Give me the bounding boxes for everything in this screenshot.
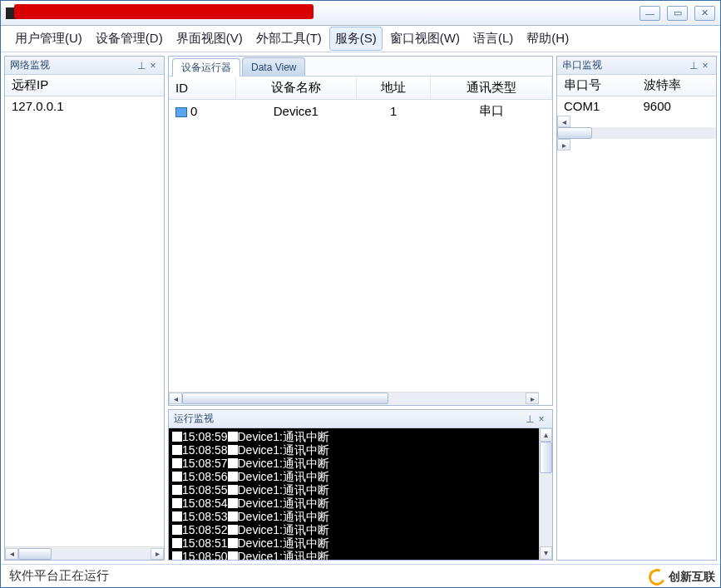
runlog-header[interactable]: 运行监视 ⊥ × — [169, 410, 552, 428]
serial-table[interactable]: 串口号 波特率 COM1 9600 — [557, 75, 716, 116]
pin-icon[interactable]: ⊥ — [688, 60, 699, 72]
close-icon[interactable]: × — [147, 60, 159, 72]
scroll-left-icon[interactable]: ◂ — [557, 116, 570, 127]
scroll-left-icon[interactable]: ◂ — [5, 548, 18, 560]
table-row[interactable]: 0 Device1 1 串口 — [169, 100, 552, 123]
scroll-right-icon[interactable]: ▸ — [151, 548, 164, 560]
app-window: — ▭ ✕ 用户管理(U) 设备管理(D) 界面视图(V) 外部工具(T) 服务… — [0, 0, 721, 588]
menu-help[interactable]: 帮助(H) — [521, 27, 575, 51]
statusbar: 软件平台正在运行 创新互联 — [1, 564, 720, 587]
log-line: 15:08:56Device1:通讯中断 — [172, 470, 549, 483]
menu-view[interactable]: 界面视图(V) — [170, 27, 249, 51]
col-baud[interactable]: 波特率 — [637, 75, 717, 96]
scroll-thumb[interactable] — [182, 393, 388, 404]
cell-id: 0 — [190, 104, 197, 118]
menu-lang[interactable]: 语言(L) — [467, 27, 519, 51]
log-line: 15:08:57Device1:通讯中断 — [172, 457, 549, 470]
log-line: 15:08:59Device1:通讯中断 — [172, 430, 549, 443]
cell-baud: 9600 — [637, 96, 717, 116]
log-line: 15:08:53Device1:通讯中断 — [172, 510, 549, 523]
col-remote-ip[interactable]: 远程IP — [5, 75, 164, 96]
hscrollbar[interactable]: ◂ ▸ — [169, 392, 539, 405]
runlog-title: 运行监视 — [174, 412, 214, 426]
network-panel: 网络监视 ⊥ × 远程IP 127.0.0.1 ◂ ▸ — [4, 56, 165, 561]
devices-panel: 设备运行器 Data View ID 设备名称 地址 通讯类型 0 Devi — [168, 56, 553, 406]
col-port[interactable]: 串口号 — [557, 75, 637, 96]
col-commtype[interactable]: 通讯类型 — [431, 77, 552, 100]
scroll-thumb[interactable] — [540, 442, 552, 473]
log-line: 15:08:50Device1:通讯中断 — [172, 550, 549, 560]
network-panel-title: 网络监视 — [10, 58, 50, 72]
vscrollbar[interactable]: ▴ ▾ — [539, 428, 552, 560]
log-line: 15:08:55Device1:通讯中断 — [172, 483, 549, 497]
minimize-button[interactable]: — — [640, 6, 660, 21]
cell-commtype: 串口 — [431, 100, 552, 123]
network-panel-header[interactable]: 网络监视 ⊥ × — [5, 57, 164, 75]
scroll-right-icon[interactable]: ▸ — [557, 139, 570, 151]
tabstrip: 设备运行器 Data View — [169, 57, 552, 77]
status-text: 软件平台正在运行 — [9, 568, 109, 584]
titlebar[interactable]: — ▭ ✕ — [1, 1, 720, 26]
scroll-right-icon[interactable]: ▸ — [526, 393, 539, 404]
cell-addr: 1 — [357, 100, 431, 123]
pin-icon[interactable]: ⊥ — [136, 60, 147, 72]
brand-badge: 创新互联 — [649, 569, 715, 586]
menu-window[interactable]: 窗口视图(W) — [384, 27, 466, 51]
scroll-left-icon[interactable]: ◂ — [169, 393, 182, 404]
runlog-panel: 运行监视 ⊥ × 15:08:59Device1:通讯中断15:08:58Dev… — [168, 409, 553, 561]
serial-panel: 串口监视 ⊥ × 串口号 波特率 COM1 9600 ◂ — [556, 56, 717, 561]
close-icon[interactable]: × — [699, 60, 711, 72]
monitor-icon — [175, 107, 187, 117]
network-table[interactable]: 远程IP 127.0.0.1 — [5, 75, 164, 116]
devices-grid[interactable]: ID 设备名称 地址 通讯类型 0 Device1 1 串口 — [169, 77, 552, 405]
log-line: 15:08:54Device1:通讯中断 — [172, 497, 549, 510]
close-button[interactable]: ✕ — [694, 6, 715, 21]
log-line: 15:08:58Device1:通讯中断 — [172, 443, 549, 457]
hscrollbar[interactable]: ◂ ▸ — [5, 546, 164, 560]
col-id[interactable]: ID — [169, 77, 235, 100]
serial-header[interactable]: 串口监视 ⊥ × — [557, 57, 716, 75]
menu-service[interactable]: 服务(S) — [329, 27, 383, 51]
cell-name: Device1 — [235, 100, 357, 123]
col-addr[interactable]: 地址 — [357, 77, 431, 100]
menu-ext[interactable]: 外部工具(T) — [250, 27, 328, 51]
scroll-down-icon[interactable]: ▾ — [540, 546, 552, 560]
table-row: 127.0.0.1 — [5, 96, 164, 116]
scroll-thumb[interactable] — [557, 127, 592, 139]
tab-devices[interactable]: 设备运行器 — [172, 58, 240, 77]
cell-port: COM1 — [557, 96, 637, 116]
pin-icon[interactable]: ⊥ — [524, 413, 536, 425]
col-name[interactable]: 设备名称 — [235, 77, 357, 100]
cell-ip[interactable]: 127.0.0.1 — [5, 96, 164, 116]
tab-dataview[interactable]: Data View — [242, 57, 305, 76]
maximize-button[interactable]: ▭ — [667, 6, 688, 21]
serial-title: 串口监视 — [562, 58, 602, 72]
scroll-up-icon[interactable]: ▴ — [540, 428, 552, 442]
menu-device[interactable]: 设备管理(D) — [90, 27, 169, 51]
brand-logo-icon — [649, 569, 665, 586]
menu-user[interactable]: 用户管理(U) — [9, 27, 88, 51]
workspace: 网络监视 ⊥ × 远程IP 127.0.0.1 ◂ ▸ — [1, 52, 720, 564]
table-row[interactable]: COM1 9600 — [557, 96, 716, 116]
menubar: 用户管理(U) 设备管理(D) 界面视图(V) 外部工具(T) 服务(S) 窗口… — [1, 26, 720, 52]
hscrollbar[interactable]: ◂ ▸ — [557, 116, 716, 151]
close-icon[interactable]: × — [536, 413, 547, 425]
log-line: 15:08:51Device1:通讯中断 — [172, 536, 549, 550]
brand-text: 创新互联 — [669, 570, 715, 585]
redacted-title — [14, 4, 314, 19]
log-line: 15:08:52Device1:通讯中断 — [172, 523, 549, 536]
center-area: 设备运行器 Data View ID 设备名称 地址 通讯类型 0 Devi — [168, 56, 553, 561]
log-console[interactable]: 15:08:59Device1:通讯中断15:08:58Device1:通讯中断… — [169, 428, 552, 560]
scroll-thumb[interactable] — [18, 548, 52, 560]
